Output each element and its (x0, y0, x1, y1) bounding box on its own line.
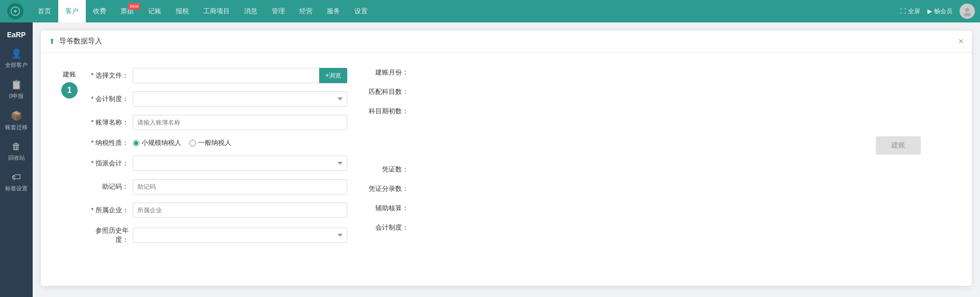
dialog-body: 建账 1 * 选择文件： +浏览 (41, 53, 972, 260)
history-select[interactable] (133, 228, 347, 243)
svg-point-2 (964, 13, 971, 16)
nav-item-customer[interactable]: 客户 (58, 0, 86, 22)
month-label: 建账月份： (368, 68, 409, 77)
accounting-row: * 会计制度： (88, 91, 347, 107)
nav-item-manage[interactable]: 管理 (265, 0, 292, 22)
tax-small-option[interactable]: 小规模纳税人 (133, 138, 181, 147)
company-row: * 所属企业： (88, 203, 347, 218)
accounting-system-row: 会计制度： (368, 223, 951, 232)
trash-icon: 🗑 (12, 141, 21, 152)
sidebar-logo-text: EaRP (0, 28, 33, 42)
form-fields: * 选择文件： +浏览 * 会计制度： (88, 68, 347, 244)
nav-item-operation[interactable]: 经营 (292, 0, 320, 22)
sidebar-item-tag-settings[interactable]: 🏷 标签设置 (1, 168, 32, 196)
member-icon: ▶ (927, 8, 932, 15)
main-content: ⬆ 导爷数据导入 × 建账 1 * 选 (33, 22, 980, 297)
accounting-label: * 会计制度： (88, 94, 129, 104)
dialog: ⬆ 导爷数据导入 × 建账 1 * 选 (41, 31, 972, 286)
nav-item-business[interactable]: 工商项目 (196, 0, 237, 22)
layout: EaRP 👤 全部客户 📋 0申报 📦 账套迁移 🗑 回收站 🏷 标签设置 ⬆ (0, 22, 980, 297)
voucher-row: 凭证数： (368, 165, 951, 174)
accountant-label: * 指派会计： (88, 159, 129, 168)
voucher-records-label: 凭证分录数： (368, 184, 409, 193)
top-nav: 首页 客户 收费 票据 new 记账 报税 工商项目 消息 管理 经营 服务 设… (0, 0, 980, 22)
accounting-select[interactable] (133, 91, 347, 107)
step-label: 建账 (63, 70, 76, 79)
nav-item-message[interactable]: 消息 (237, 0, 265, 22)
svg-point-1 (965, 8, 969, 12)
memo-input[interactable] (133, 179, 347, 194)
step-indicator: 建账 1 (61, 68, 78, 244)
dialog-title: 导爷数据导入 (59, 37, 102, 46)
logo-circle (7, 3, 23, 19)
member-btn[interactable]: ▶ 畅会员 (927, 7, 952, 16)
tag-icon: 🏷 (12, 172, 21, 183)
sidebar-item-account-migration[interactable]: 📦 账套迁移 (1, 106, 32, 135)
nav-item-invoice[interactable]: 票据 new (113, 0, 141, 22)
logo (5, 1, 26, 21)
tax-general-option[interactable]: 一般纳税人 (189, 138, 231, 147)
accountant-row: * 指派会计： (88, 156, 347, 171)
nav-item-service[interactable]: 服务 (320, 0, 347, 22)
accountant-select[interactable] (133, 156, 347, 171)
match-label: 匹配科目数： (368, 87, 409, 96)
info-section: 建账月份： 匹配科目数： 科目期初数： 建账 凭证 (347, 68, 951, 244)
tax-small-radio[interactable] (133, 140, 139, 146)
memo-row: 助记码： (88, 179, 347, 194)
period-label: 科目期初数： (368, 107, 409, 116)
sidebar-item-zero-declaration[interactable]: 📋 0申报 (1, 75, 32, 104)
match-row: 匹配科目数： (368, 87, 951, 96)
browse-button[interactable]: +浏览 (319, 68, 347, 83)
file-row: * 选择文件： +浏览 (88, 68, 347, 83)
form-section: 建账 1 * 选择文件： +浏览 (61, 68, 347, 244)
history-row: 参照历史年度： (88, 226, 347, 244)
tax-label: * 纳税性质： (88, 138, 129, 147)
auxiliary-row: 辅助核算： (368, 204, 951, 213)
fullscreen-icon: ⛶ (900, 8, 906, 15)
tax-row: * 纳税性质： 小规模纳税人 一般纳税人 (88, 138, 347, 147)
file-input-group: +浏览 (133, 68, 347, 83)
nav-item-bookkeeping[interactable]: 记账 (141, 0, 169, 22)
fullscreen-btn[interactable]: ⛶ 全屏 (900, 7, 920, 16)
month-row: 建账月份： (368, 68, 951, 77)
new-badge: new (128, 3, 140, 10)
file-label: * 选择文件： (88, 71, 129, 80)
sidebar-item-all-clients[interactable]: 👤 全部客户 (1, 44, 32, 73)
ledger-row: * 账簿名称： (88, 115, 347, 130)
close-button[interactable]: × (958, 37, 964, 46)
declaration-icon: 📋 (11, 79, 22, 90)
auxiliary-label: 辅助核算： (368, 204, 409, 213)
voucher-label: 凭证数： (368, 165, 409, 174)
nav-item-home[interactable]: 首页 (31, 0, 58, 22)
avatar[interactable] (960, 4, 975, 19)
ledger-label: * 账簿名称： (88, 118, 129, 127)
company-input[interactable] (133, 203, 347, 218)
file-input[interactable] (133, 68, 319, 83)
tax-radio-group: 小规模纳税人 一般纳税人 (133, 138, 231, 147)
nav-items: 首页 客户 收费 票据 new 记账 报税 工商项目 消息 管理 经营 服务 设… (31, 0, 900, 22)
nav-item-settings[interactable]: 设置 (347, 0, 375, 22)
accounting-system-label: 会计制度： (368, 223, 409, 232)
migration-icon: 📦 (11, 110, 22, 121)
nav-right: ⛶ 全屏 ▶ 畅会员 (900, 4, 975, 19)
tax-general-radio[interactable] (189, 140, 196, 146)
dialog-header: ⬆ 导爷数据导入 × (41, 31, 972, 53)
voucher-records-row: 凭证分录数： (368, 184, 951, 193)
nav-item-tax[interactable]: 报税 (169, 0, 196, 22)
ledger-input[interactable] (133, 115, 347, 130)
build-account-button[interactable]: 建账 (876, 136, 921, 155)
period-row: 科目期初数： (368, 107, 951, 116)
sidebar: EaRP 👤 全部客户 📋 0申报 📦 账套迁移 🗑 回收站 🏷 标签设置 (0, 22, 33, 297)
memo-label: 助记码： (88, 182, 129, 191)
company-label: * 所属企业： (88, 206, 129, 215)
sidebar-item-recycle-bin[interactable]: 🗑 回收站 (1, 137, 32, 166)
nav-item-fee[interactable]: 收费 (86, 0, 113, 22)
import-icon: ⬆ (49, 37, 55, 45)
step-circle: 1 (61, 82, 78, 98)
history-label: 参照历史年度： (88, 226, 129, 244)
user-icon: 👤 (11, 48, 22, 59)
